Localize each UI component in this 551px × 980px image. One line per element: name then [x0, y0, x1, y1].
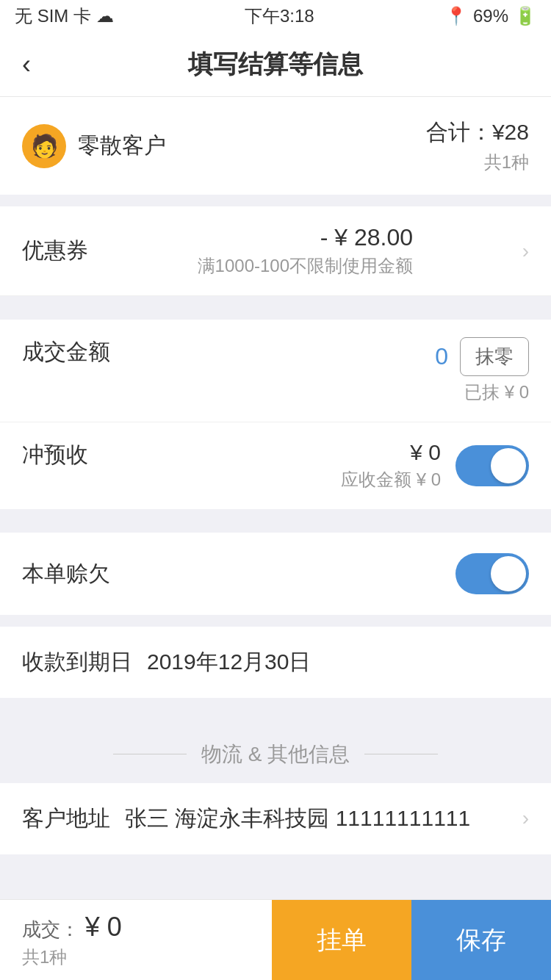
customer-left: 🧑 零散客户 — [22, 124, 166, 168]
precharge-toggle[interactable] — [455, 445, 529, 486]
precharge-right: ¥ 0 应收金额 ¥ 0 — [341, 440, 529, 491]
status-bar-time: 下午3:18 — [245, 4, 314, 28]
customer-section: 🧑 零散客户 合计：¥28 共1种 — [0, 97, 551, 195]
debt-label: 本单赊欠 — [22, 559, 110, 589]
back-button[interactable]: ‹ — [22, 49, 66, 80]
status-bar-right: 📍 69% 🔋 — [445, 6, 536, 26]
status-bar: 无 SIM 卡 ☁ 下午3:18 📍 69% 🔋 — [0, 0, 551, 32]
deal-amount-sub: 已抹 ¥ 0 — [419, 381, 529, 404]
customer-name: 零散客户 — [78, 131, 166, 161]
amount-input-wrap: 0 抹零 — [419, 337, 529, 376]
bottom-info: 成交： ¥ 0 共1种 — [0, 912, 272, 969]
coupon-right: - ¥ 28.00 满1000-100不限制使用金额 — [198, 224, 413, 278]
coupon-value: - ¥ 28.00 — [198, 224, 413, 251]
deal-amount-section: 成交金额 0 抹零 已抹 ¥ 0 冲预收 ¥ 0 应收金额 ¥ 0 — [0, 320, 551, 509]
duedate-label: 收款到期日 — [22, 647, 132, 677]
battery-label: 69% — [473, 6, 508, 26]
divider-1 — [0, 308, 551, 320]
customer-total: 合计：¥28 — [426, 118, 529, 148]
avatar: 🧑 — [22, 124, 66, 168]
round-zero-button[interactable]: 抹零 — [460, 337, 529, 376]
precharge-sub: 应收金额 ¥ 0 — [341, 468, 441, 491]
address-chevron-icon: › — [522, 807, 529, 830]
address-row[interactable]: 客户地址 张三 海淀永丰科技园 11111111111 › — [0, 783, 551, 854]
bottom-bar: 成交： ¥ 0 共1种 挂单 保存 — [0, 899, 551, 980]
avatar-icon: 🧑 — [31, 133, 58, 159]
debt-toggle[interactable] — [455, 553, 529, 594]
battery-indicator: 🔋 — [514, 6, 536, 26]
address-label: 客户地址 — [22, 804, 110, 834]
divider-2 — [0, 521, 551, 533]
deal-amount-label: 成交金额 — [22, 337, 110, 367]
save-button[interactable]: 保存 — [411, 900, 551, 981]
content: 🧑 零散客户 合计：¥28 共1种 优惠券 - ¥ 28.00 满1000-10… — [0, 97, 551, 980]
precharge-label: 冲预收 — [22, 440, 88, 470]
deal-amount-row: 成交金额 0 抹零 已抹 ¥ 0 — [0, 320, 551, 422]
deal-amount-value[interactable]: 0 — [419, 343, 448, 370]
logistics-title: 物流 & 其他信息 — [113, 741, 438, 768]
sim-label: 无 SIM 卡 ☁ — [15, 4, 114, 28]
logistics-header: 物流 & 其他信息 — [0, 721, 551, 783]
chevron-right-icon: › — [522, 239, 529, 263]
duedate-section: 收款到期日 2019年12月30日 — [0, 627, 551, 698]
duedate-row[interactable]: 收款到期日 2019年12月30日 — [0, 627, 551, 698]
divider-3 — [0, 710, 551, 721]
precharge-row: 冲预收 ¥ 0 应收金额 ¥ 0 — [0, 422, 551, 509]
hold-button[interactable]: 挂单 — [272, 900, 411, 981]
nav-bar: ‹ 填写结算等信息 — [0, 32, 551, 97]
precharge-value: ¥ 0 — [341, 440, 441, 465]
coupon-label: 优惠券 — [22, 236, 88, 266]
battery-icon: 📍 — [445, 6, 467, 26]
duedate-value: 2019年12月30日 — [147, 647, 311, 677]
bottom-count: 共1种 — [22, 945, 250, 969]
debt-section: 本单赊欠 — [0, 533, 551, 615]
address-section: 客户地址 张三 海淀永丰科技园 11111111111 › — [0, 783, 551, 854]
bottom-deal-label: 成交： — [22, 918, 79, 940]
customer-right: 合计：¥28 共1种 — [426, 118, 529, 174]
customer-count: 共1种 — [426, 151, 529, 174]
coupon-row[interactable]: 优惠券 - ¥ 28.00 满1000-100不限制使用金额 › — [0, 206, 551, 296]
address-value: 张三 海淀永丰科技园 11111111111 — [125, 804, 522, 834]
coupon-desc: 满1000-100不限制使用金额 — [198, 254, 413, 278]
bottom-deal-line: 成交： ¥ 0 — [22, 912, 250, 943]
bottom-amount: ¥ 0 — [85, 912, 122, 942]
status-bar-left: 无 SIM 卡 ☁ — [15, 4, 114, 28]
precharge-info: ¥ 0 应收金额 ¥ 0 — [341, 440, 441, 491]
coupon-section: 优惠券 - ¥ 28.00 满1000-100不限制使用金额 › — [0, 206, 551, 296]
page-title: 填写结算等信息 — [188, 48, 363, 82]
